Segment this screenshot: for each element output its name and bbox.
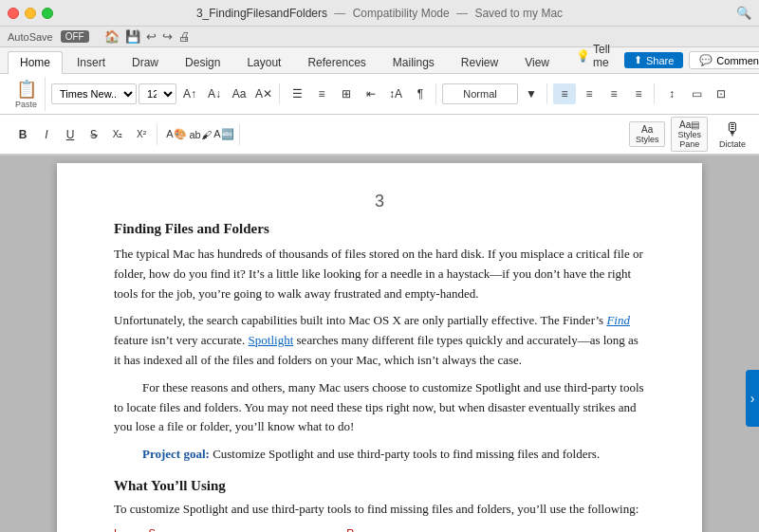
home-icon[interactable]: 🏠 (104, 29, 120, 44)
p2-mid: feature isn’t very accurate. (114, 333, 249, 347)
ribbon-tabs: Home Insert Draw Design Layout Reference… (0, 47, 759, 74)
styles-pane-icon: Aa▤ (679, 119, 699, 130)
multilevel-button[interactable]: ⊞ (335, 83, 358, 104)
doc-paragraph-2: Unfortunately, the search capabilities b… (114, 311, 645, 370)
subscript-button[interactable]: X₂ (106, 124, 129, 145)
font-family-select[interactable]: Times New... (51, 83, 137, 104)
doc-paragraph-4: Project goal: Customize Spotlight and us… (114, 445, 645, 465)
show-marks-button[interactable]: ¶ (409, 83, 432, 104)
tab-draw[interactable]: Draw (120, 51, 171, 73)
justify-button[interactable]: ≡ (627, 83, 650, 104)
font-group: Times New... 12 A↑ A↓ Aa A✕ (47, 83, 280, 104)
project-goal-text: Customize Spotlight and use third-party … (210, 447, 600, 461)
print-icon[interactable]: 🖨 (178, 29, 191, 44)
share-icon: ⬆ (634, 54, 642, 66)
autosave-toggle[interactable]: OFF (61, 30, 89, 43)
font-case-button[interactable]: Aa (228, 83, 250, 104)
sort-button[interactable]: ↕A (384, 83, 407, 104)
text-color-group: A🎨 ab🖌 A🔤 (161, 124, 240, 145)
styles-icon: Aa (641, 124, 653, 135)
styles-button[interactable]: Aa Styles (629, 121, 666, 147)
tab-home[interactable]: Home (8, 51, 63, 74)
close-button[interactable] (8, 8, 19, 19)
styles-pane-button[interactable]: Aa▤ Styles Pane (671, 117, 708, 152)
doc-paragraph-5: To customize Spotlight and use third-par… (114, 500, 645, 520)
comment-icon: 💬 (699, 54, 713, 66)
find-link[interactable]: Find (606, 313, 630, 327)
align-left-button[interactable]: ≡ (553, 83, 576, 104)
grow-font-button[interactable]: A↑ (178, 83, 201, 104)
quick-access-toolbar: 🏠 💾 ↩ ↪ 🖨 (104, 29, 191, 44)
redo-icon[interactable]: ↪ (162, 29, 173, 44)
paste-icon[interactable]: 📋 (16, 79, 37, 100)
autosave-label: AutoSave (8, 31, 53, 43)
bold-button[interactable]: B (11, 124, 34, 145)
line-spacing-button[interactable]: ↕ (660, 83, 683, 104)
project-goal-label: Project goal: (142, 447, 210, 461)
styles-box[interactable]: Normal (442, 83, 518, 104)
titlebar-right: 🔍 (736, 6, 751, 20)
tab-review[interactable]: Review (449, 51, 510, 73)
doc-heading-1: Finding Files and Folders (114, 221, 645, 237)
align-right-button[interactable]: ≡ (602, 83, 625, 104)
doc-heading-2: What You’ll Using (114, 478, 645, 494)
ribbon-right-btns: ⬆ Share 💬 Comments (624, 51, 759, 73)
paragraph-group-1: ☰ ≡ ⊞ ⇤ ↕A ¶ (282, 83, 436, 104)
text-color-button2[interactable]: A🔤 (213, 124, 235, 145)
fullscreen-button[interactable] (42, 8, 53, 19)
highlight-button[interactable]: ab🖌 (189, 124, 212, 145)
bullets-button[interactable]: ☰ (286, 83, 308, 104)
insert-note: Insert Spotlightlogo next to list item b… (114, 527, 645, 532)
p2-start: Unfortunately, the search capabilities b… (114, 313, 606, 327)
search-icon[interactable]: 🔍 (736, 6, 751, 20)
save-icon[interactable]: 💾 (125, 29, 140, 44)
microphone-icon: 🎙 (724, 119, 741, 139)
strikethrough-button[interactable]: S̶ (83, 124, 105, 145)
spotlight-link[interactable]: Spotlight (249, 333, 294, 347)
font-size-select[interactable]: 12 (139, 83, 176, 104)
right-panel-buttons: Aa Styles Aa▤ Styles Pane 🎙 Dictate (629, 117, 751, 152)
borders-button[interactable]: ⊡ (710, 83, 732, 104)
tab-tellme[interactable]: 💡 Tell me (564, 38, 622, 73)
numbering-button[interactable]: ≡ (310, 83, 333, 104)
shrink-font-button[interactable]: A↓ (203, 83, 226, 104)
tab-view[interactable]: View (512, 51, 562, 73)
paragraph-group-2: ≡ ≡ ≡ ≡ (549, 83, 655, 104)
tab-mailings[interactable]: Mailings (380, 51, 447, 73)
superscript-button[interactable]: X² (130, 124, 153, 145)
traffic-lights (8, 8, 53, 19)
tab-design[interactable]: Design (173, 51, 232, 73)
dictate-button[interactable]: 🎙 Dictate (713, 118, 751, 151)
decrease-indent-button[interactable]: ⇤ (360, 83, 382, 104)
chapter-number: 3 (114, 192, 645, 211)
sidebar-handle[interactable] (746, 370, 759, 427)
doc-paragraph-3: For these reasons and others, many Mac u… (114, 378, 645, 437)
lightbulb-icon: 💡 (576, 49, 590, 63)
italic-button[interactable]: I (35, 124, 58, 145)
styles-group: Normal ▼ (438, 83, 547, 104)
tab-references[interactable]: References (295, 51, 378, 73)
tab-insert[interactable]: Insert (65, 51, 118, 73)
undo-icon[interactable]: ↩ (146, 29, 157, 44)
formatting-toolbar-2: B I U S̶ X₂ X² A🎨 ab🖌 A🔤 Aa Styles Aa▤ S… (0, 115, 759, 156)
minimize-button[interactable] (25, 8, 36, 19)
paste-area: 📋 Paste (8, 77, 46, 111)
formatting-toolbar-1: 📋 Paste Times New... 12 A↑ A↓ Aa A✕ ☰ ≡ … (0, 74, 759, 115)
indent-spacing-group: ↕ ▭ ⊡ (657, 83, 736, 104)
document-wrapper: 3 Finding Files and Folders The typical … (0, 156, 759, 532)
tab-layout[interactable]: Layout (234, 51, 293, 73)
document-page: 3 Finding Files and Folders The typical … (57, 163, 702, 532)
align-center-button[interactable]: ≡ (578, 83, 601, 104)
title-bar: 3_FindingFilesandFolders — Compatibility… (0, 0, 759, 27)
font-color-button[interactable]: A🎨 (165, 124, 188, 145)
font-style-group: B I U S̶ X₂ X² (8, 124, 157, 145)
share-button[interactable]: ⬆ Share (624, 52, 683, 68)
comments-button[interactable]: 💬 Comments (689, 51, 759, 69)
autosave-bar: AutoSave OFF 🏠 💾 ↩ ↪ 🖨 (0, 27, 759, 47)
shading-button[interactable]: ▭ (685, 83, 708, 104)
styles-more-button[interactable]: ▼ (520, 83, 543, 104)
clear-format-button[interactable]: A✕ (252, 83, 275, 104)
underline-button[interactable]: U (59, 124, 82, 145)
window-title: 3_FindingFilesandFolders — Compatibility… (196, 7, 563, 20)
doc-paragraph-1: The typical Mac has hundreds of thousand… (114, 245, 645, 303)
